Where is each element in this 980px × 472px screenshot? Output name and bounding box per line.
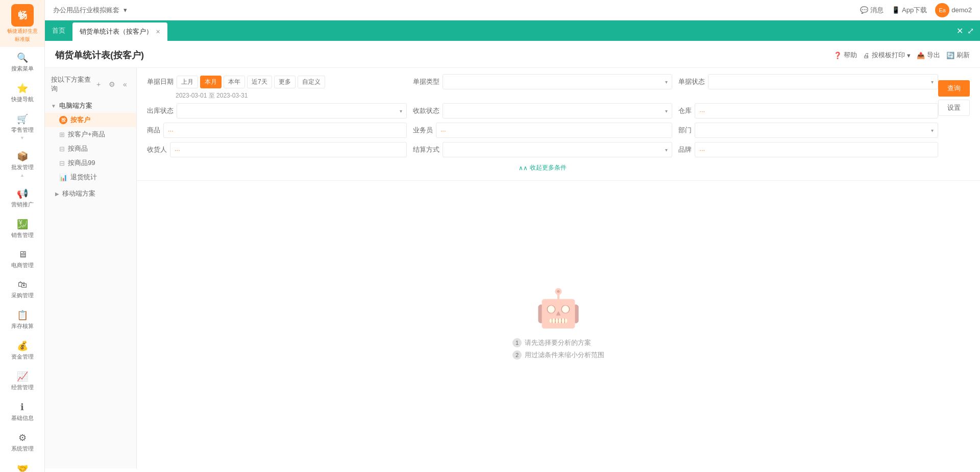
doc-type-select[interactable]: ▾ — [443, 74, 673, 89]
query-button[interactable]: 查询 — [938, 80, 970, 97]
mobile-scheme-section: ▶ 移动端方案 — [45, 186, 136, 201]
scheme-by-customer[interactable]: 按 按客户 — [45, 113, 136, 127]
collapse-left-icon: « — [123, 80, 127, 88]
filter-warehouse: 仓库 ··· — [678, 103, 938, 119]
sidebar-item-business[interactable]: 📈 经营管理 — [0, 366, 44, 396]
page-title: 销货单统计表(按客户) — [55, 49, 144, 61]
header-left: 办公用品行业模拟账套 ▾ — [53, 6, 127, 15]
scheme-icon-small: ⊞ — [59, 131, 65, 138]
industry-dropdown[interactable]: ▾ — [124, 6, 127, 14]
filter-row-2: 出库状态 ▾ 收款状态 — [147, 103, 938, 119]
date-range-display: 2023-03-01 至 2023-03-31 — [176, 92, 248, 99]
receipt-status-label: 收款状态 — [413, 106, 439, 115]
add-scheme-button[interactable]: + — [93, 79, 104, 89]
staff-select[interactable]: ··· — [436, 123, 673, 138]
sidebar-item-basic-info[interactable]: ℹ 基础信息 — [0, 396, 44, 427]
date-this-month[interactable]: 本月 — [200, 76, 222, 88]
sidebar-item-wholesale[interactable]: 📦 批发管理 ▲ — [0, 146, 44, 183]
expand-arrow: ▼ — [20, 135, 24, 140]
date-this-year[interactable]: 本年 — [224, 76, 245, 88]
brand-select[interactable]: ··· — [695, 142, 938, 157]
date-last-7[interactable]: 近7天 — [247, 76, 272, 88]
sidebar-item-sales[interactable]: 💹 销售管理 — [0, 214, 44, 244]
sidebar-item-search[interactable]: 🔍 搜索菜单 — [0, 47, 44, 78]
system-icon: ⚙ — [18, 432, 27, 443]
app-download-button[interactable]: 📱 App下载 — [892, 6, 927, 15]
scheme-by-goods[interactable]: ⊟ 按商品 — [45, 141, 136, 156]
sidebar-item-label: 销售管理 — [11, 231, 34, 239]
sidebar-item-label: 资金管理 — [11, 353, 34, 361]
sidebar-item-marketing[interactable]: 📢 营销推广 — [0, 183, 44, 214]
receipt-status-select[interactable]: ▾ — [443, 103, 673, 119]
sidebar-item-label: 采购管理 — [11, 292, 34, 299]
date-last-month[interactable]: 上月 — [177, 76, 198, 88]
sidebar-item-enterprise[interactable]: 🤝 企业协同 — [0, 458, 44, 472]
collapse-filters-button[interactable]: ∧∧ 收起更多条件 — [519, 161, 567, 174]
sidebar-item-inventory[interactable]: 📋 库存核算 — [0, 304, 44, 335]
close-window-icon[interactable]: ✕ — [957, 26, 963, 36]
brand-label: 品牌 — [678, 145, 692, 154]
filter-staff: 业务员 ··· — [413, 123, 673, 138]
tab-home-label: 首页 — [52, 26, 65, 35]
logo-text: 畅捷通好生意 — [7, 28, 38, 35]
scheme-settings-button[interactable]: ⚙ — [107, 79, 117, 89]
scheme-by-goods-99[interactable]: ⊟ 按商品99 — [45, 156, 136, 170]
tab-home[interactable]: 首页 — [45, 20, 72, 41]
tip-item-1: 1 请先选择要分析的方案 — [512, 338, 604, 347]
filter-goods: 商品 ··· — [147, 123, 407, 138]
sidebar-item-label: 批发管理 — [11, 163, 34, 171]
empty-tips: 1 请先选择要分析的方案 2 用过滤条件来缩小分析范围 — [512, 338, 604, 363]
collapse-row: ∧∧ 收起更多条件 — [147, 161, 938, 174]
right-panel: 单据日期 上月 本月 本年 近7天 更多 自定义 — [137, 68, 980, 468]
mobile-scheme-header[interactable]: ▶ 移动端方案 — [45, 186, 136, 201]
avatar: Ea — [935, 3, 949, 17]
close-tab-button[interactable]: ✕ — [156, 29, 160, 35]
message-button[interactable]: 💬 消息 — [860, 6, 884, 15]
goods-label: 商品 — [147, 126, 160, 135]
maximize-window-icon[interactable]: ⤢ — [967, 26, 974, 36]
sidebar-item-system[interactable]: ⚙ 系统管理 — [0, 427, 44, 458]
tip-number-1: 1 — [512, 338, 522, 347]
scheme-return-stats[interactable]: 📊 退货统计 — [45, 170, 136, 184]
tab-bar: 首页 销货单统计表（按客户） ✕ ✕ ⤢ — [45, 20, 980, 41]
desktop-scheme-header[interactable]: ▼ 电脑端方案 — [45, 99, 136, 113]
filter-brand: 品牌 ··· — [678, 142, 938, 157]
filter-area: 单据日期 上月 本月 本年 近7天 更多 自定义 — [137, 68, 980, 181]
dept-select[interactable]: ▾ — [695, 123, 938, 138]
print-button[interactable]: 🖨 按模板打印 ▾ — [863, 51, 911, 60]
action-buttons: 查询 设置 — [938, 74, 970, 116]
doc-status-select[interactable]: ▾ — [708, 74, 938, 89]
out-status-select[interactable]: ▾ — [177, 103, 407, 119]
sidebar-item-ecommerce[interactable]: 🖥 电商管理 — [0, 244, 44, 274]
sidebar-item-label: 搜索菜单 — [11, 65, 34, 73]
window-controls: ✕ ⤢ — [957, 20, 980, 41]
user-profile[interactable]: Ea demo2 — [935, 3, 972, 17]
sidebar-item-quick-nav[interactable]: ⭐ 快捷导航 — [0, 78, 44, 108]
sidebar-item-label: 库存核算 — [11, 322, 34, 330]
collapse-panel-button[interactable]: « — [120, 79, 130, 89]
header-right: 💬 消息 📱 App下载 Ea demo2 — [860, 3, 972, 17]
recipient-select[interactable]: ··· — [170, 142, 407, 157]
logo-subtext: 标准版 — [15, 36, 30, 43]
export-button[interactable]: 📤 导出 — [917, 51, 940, 60]
message-icon: 💬 — [860, 6, 868, 14]
tip-number-2: 2 — [512, 350, 522, 360]
scheme-by-customer-goods[interactable]: ⊞ 按客户+商品 — [45, 127, 136, 141]
sidebar-item-purchase[interactable]: 🛍 采购管理 — [0, 274, 44, 304]
tab-sales-stats-label: 销货单统计表（按客户） — [80, 27, 153, 36]
date-custom[interactable]: 自定义 — [298, 76, 325, 88]
goods-select[interactable]: ··· — [163, 123, 407, 138]
info-icon: ℹ — [20, 402, 24, 413]
purchase-icon: 🛍 — [18, 279, 27, 290]
tab-sales-stats[interactable]: 销货单统计表（按客户） ✕ — [72, 22, 167, 41]
settlement-select[interactable]: ▾ — [443, 142, 673, 157]
warehouse-select[interactable]: ··· — [695, 103, 938, 119]
expand-arrow-icon: ▶ — [55, 191, 59, 197]
sidebar-item-retail[interactable]: 🛒 零售管理 ▼ — [0, 108, 44, 146]
date-more[interactable]: 更多 — [274, 76, 296, 88]
refresh-button[interactable]: 🔄 刷新 — [946, 51, 970, 60]
help-button[interactable]: ❓ 帮助 — [834, 51, 857, 60]
settings-button[interactable]: 设置 — [938, 100, 970, 116]
scheme-icon-small: 📊 — [59, 174, 67, 181]
sidebar-item-finance[interactable]: 💰 资金管理 — [0, 335, 44, 366]
